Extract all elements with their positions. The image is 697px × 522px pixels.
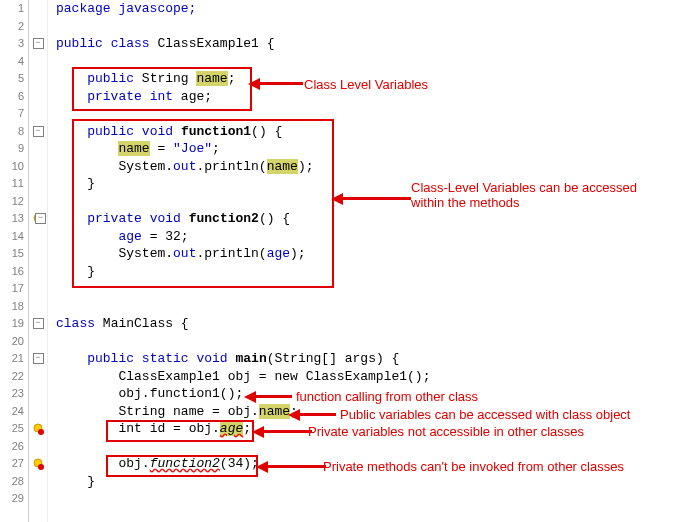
code-line: public static void main(String[] args) {	[56, 350, 697, 368]
code-area[interactable]: package javascope; public class ClassExa…	[48, 0, 697, 522]
fold-toggle-icon[interactable]: −	[33, 318, 44, 329]
code-line	[56, 333, 697, 351]
code-line: obj.function1();	[56, 385, 697, 403]
ln: 13	[0, 210, 28, 228]
code-line: public String name;	[56, 70, 697, 88]
code-line	[56, 193, 697, 211]
code-line: }	[56, 263, 697, 281]
code-line	[56, 53, 697, 71]
ln: 7	[0, 105, 28, 123]
code-line: System.out.println(age);	[56, 245, 697, 263]
ln: 6	[0, 88, 28, 106]
line-number-gutter: 1 2 3 4 5 6 7 8 9 10 11 12 13 14 15 16 1…	[0, 0, 29, 522]
ln: 20	[0, 333, 28, 351]
code-line: name = "Joe";	[56, 140, 697, 158]
ln: 18	[0, 298, 28, 316]
code-line: age = 32;	[56, 228, 697, 246]
code-line: String name = obj.name;	[56, 403, 697, 421]
code-line: System.out.println(name);	[56, 158, 697, 176]
ln: 27	[0, 455, 28, 473]
fold-toggle-icon[interactable]: −	[33, 353, 44, 364]
fold-gutter: − − − − −	[29, 0, 48, 522]
ln: 3	[0, 35, 28, 53]
code-line: package javascope;	[56, 0, 697, 18]
code-line: }	[56, 473, 697, 491]
ln: 4	[0, 53, 28, 71]
ln: 23	[0, 385, 28, 403]
svg-point-5	[38, 464, 44, 470]
code-line: ClassExample1 obj = new ClassExample1();	[56, 368, 697, 386]
ln: 10	[0, 158, 28, 176]
code-line: obj.function2(34);	[56, 455, 697, 473]
code-line	[56, 298, 697, 316]
ln: 12	[0, 193, 28, 211]
code-line	[56, 18, 697, 36]
code-line: int id = obj.age;	[56, 420, 697, 438]
ln: 22	[0, 368, 28, 386]
code-line: public void function1() {	[56, 123, 697, 141]
ln: 16	[0, 263, 28, 281]
ln: 14	[0, 228, 28, 246]
error-bulb-icon[interactable]	[32, 423, 44, 435]
fold-toggle-icon[interactable]: −	[35, 213, 46, 224]
ln: 5	[0, 70, 28, 88]
ln: 26	[0, 438, 28, 456]
editor-container: 1 2 3 4 5 6 7 8 9 10 11 12 13 14 15 16 1…	[0, 0, 697, 522]
ln: 28	[0, 473, 28, 491]
code-line: public class ClassExample1 {	[56, 35, 697, 53]
ln: 8	[0, 123, 28, 141]
ln: 19	[0, 315, 28, 333]
ln: 9	[0, 140, 28, 158]
ln: 1	[0, 0, 28, 18]
code-line: private void function2() {	[56, 210, 697, 228]
ln: 25	[0, 420, 28, 438]
code-line	[56, 438, 697, 456]
code-line: class MainClass {	[56, 315, 697, 333]
error-bulb-icon[interactable]	[32, 458, 44, 470]
fold-toggle-icon[interactable]: −	[33, 126, 44, 137]
ln: 11	[0, 175, 28, 193]
ln: 2	[0, 18, 28, 36]
fold-toggle-icon[interactable]: −	[33, 38, 44, 49]
code-line: }	[56, 175, 697, 193]
ln: 21	[0, 350, 28, 368]
code-line	[56, 490, 697, 508]
ln: 29	[0, 490, 28, 508]
code-line: private int age;	[56, 88, 697, 106]
ln: 15	[0, 245, 28, 263]
ln: 17	[0, 280, 28, 298]
code-line	[56, 280, 697, 298]
ln: 24	[0, 403, 28, 421]
svg-point-3	[38, 429, 44, 435]
code-line	[56, 105, 697, 123]
